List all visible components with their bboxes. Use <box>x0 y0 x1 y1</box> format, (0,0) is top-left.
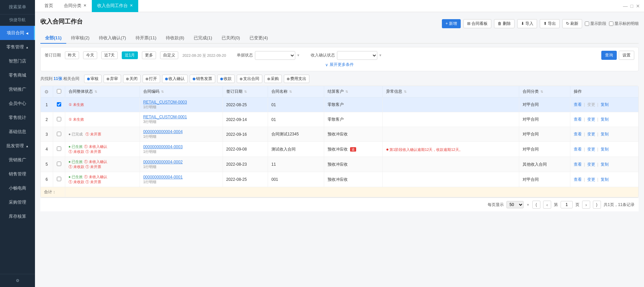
action-sales-invoice[interactable]: 销售发票 <box>190 75 215 83</box>
action-cost-out[interactable]: 费用支出 <box>284 75 309 83</box>
sidebar-item-purchase[interactable]: 采购管理 <box>0 195 35 209</box>
column-settings-icon[interactable]: ⚙ <box>44 89 49 94</box>
sidebar-item-xiaochang[interactable]: 小畅电商 <box>0 181 35 195</box>
doc-status-select[interactable] <box>255 51 295 60</box>
tab-income-workbench[interactable]: 收入合同工作台 ✕ <box>92 0 138 12</box>
filter-tab-pending-invoice[interactable]: 待开票(11) <box>131 33 161 44</box>
prev-page-btn[interactable]: ‹ <box>543 201 551 209</box>
maximize-icon[interactable]: □ <box>631 3 633 9</box>
action-abandon[interactable]: 弃审 <box>104 75 121 83</box>
show-phase-checkbox[interactable] <box>585 22 589 26</box>
sort-error[interactable]: ⇅ <box>404 90 407 93</box>
settings-button[interactable]: 设置 <box>619 51 634 60</box>
query-button[interactable]: 查询 <box>601 51 617 60</box>
op-copy[interactable]: 复制 <box>601 102 609 107</box>
delete-button[interactable]: 🗑 删除 <box>494 19 515 28</box>
show-phase-label[interactable]: 显示阶段 <box>585 21 606 27</box>
add-button[interactable]: + 新增 <box>442 19 461 28</box>
row-checkbox[interactable] <box>53 142 65 157</box>
sort-status[interactable]: ⇅ <box>94 90 97 93</box>
op-change[interactable]: 变更 <box>587 162 595 167</box>
row-select[interactable] <box>57 162 61 166</box>
op-copy[interactable]: 复制 <box>601 132 609 136</box>
op-view[interactable]: 查看 <box>574 162 582 167</box>
filter-tab-changed[interactable]: 已变更(4) <box>245 33 273 44</box>
sidebar-item-inventory[interactable]: 库存核算 <box>0 209 35 223</box>
action-close[interactable]: 关闭 <box>123 75 141 83</box>
op-copy[interactable]: 复制 <box>601 177 609 182</box>
action-audit[interactable]: 审核 <box>84 75 102 83</box>
op-view[interactable]: 查看 <box>574 117 582 122</box>
income-confirm-select[interactable] <box>337 51 377 60</box>
sidebar-item-member[interactable]: 会员中心 <box>0 96 35 111</box>
action-purchase[interactable]: 采购 <box>264 75 282 83</box>
row-select[interactable] <box>57 102 61 107</box>
filter-tab-completed[interactable]: 已完成(1) <box>189 33 217 44</box>
action-expense-out[interactable]: 支出合同 <box>237 75 262 83</box>
sidebar-nav[interactable]: 快捷导航 <box>0 14 35 26</box>
expand-more-btn[interactable]: ∨ 展开更多条件 <box>45 62 634 68</box>
contract-code-link[interactable]: 0000000000004-0003 <box>143 145 183 149</box>
refresh-button[interactable]: ↻ 刷新 <box>562 19 582 28</box>
filter-tab-all[interactable]: 全部(11) <box>40 33 66 44</box>
action-payment[interactable]: 收款 <box>217 75 235 83</box>
tab-contract-category[interactable]: 合同分类 ✕ <box>59 0 92 12</box>
next-page-btn[interactable]: › <box>582 201 590 209</box>
contract-code-link[interactable]: RETAIL_CUSTOM-0003 <box>143 100 187 105</box>
op-copy[interactable]: 复制 <box>601 117 609 122</box>
close-tab-income-workbench[interactable]: ✕ <box>130 3 133 8</box>
sort-code[interactable]: ⇅ <box>161 90 164 93</box>
filter-custom[interactable]: 自定义 <box>160 51 178 59</box>
op-change[interactable]: 变更 <box>587 117 595 122</box>
op-change[interactable]: 变更 <box>587 147 595 152</box>
row-checkbox[interactable] <box>53 127 65 142</box>
filter-tab-closed[interactable]: 已关闭(0) <box>217 33 245 44</box>
col-checkbox[interactable] <box>53 86 65 97</box>
col-settings[interactable]: ⚙ <box>41 86 53 97</box>
close-tab-contract-category[interactable]: ✕ <box>83 3 86 8</box>
sidebar-item-marketing[interactable]: 营销推广 <box>0 82 35 96</box>
op-view[interactable]: 查看 <box>574 132 582 136</box>
show-detail-checkbox[interactable] <box>609 22 613 26</box>
sidebar-item-basic-info[interactable]: 基础信息 <box>0 125 35 139</box>
row-checkbox[interactable] <box>53 157 65 172</box>
contract-code-link[interactable]: RETAIL_CUSTOM-0001 <box>143 115 187 119</box>
sidebar-item-project[interactable]: 项目合同 ◀ <box>0 26 35 40</box>
page-input[interactable] <box>561 201 573 208</box>
tab-home[interactable]: 首页 <box>39 0 59 12</box>
filter-last7[interactable]: 近7天 <box>101 51 118 59</box>
filter-yesterday[interactable]: 昨天 <box>65 51 79 59</box>
show-detail-label[interactable]: 显示标的明细 <box>609 21 639 27</box>
op-view[interactable]: 查看 <box>574 147 582 152</box>
sort-name[interactable]: ⇅ <box>289 90 292 93</box>
last-page-btn[interactable]: ⟩ <box>593 201 601 209</box>
op-copy[interactable]: 复制 <box>601 147 609 152</box>
op-copy[interactable]: 复制 <box>601 162 609 167</box>
op-view[interactable]: 查看 <box>574 177 582 182</box>
import-button[interactable]: ⬇ 导入 <box>517 19 537 28</box>
sort-customer[interactable]: ⇅ <box>345 90 348 93</box>
filter-more[interactable]: 更多 <box>142 51 156 59</box>
row-select[interactable] <box>57 117 61 121</box>
minimize-icon[interactable]: — <box>623 3 628 9</box>
sidebar-settings[interactable]: ⚙ <box>0 274 35 287</box>
row-select[interactable] <box>57 177 61 181</box>
filter-last1month[interactable]: 近1月 <box>122 51 138 59</box>
op-change[interactable]: 变更 <box>587 177 595 182</box>
row-select[interactable] <box>57 147 61 151</box>
sidebar-item-wholesale-mgmt[interactable]: 批发管理 ▲ <box>0 139 35 153</box>
action-income-confirm[interactable]: 收入确认 <box>162 75 188 83</box>
contract-code-link[interactable]: 0000000000004-0004 <box>143 129 183 134</box>
row-checkbox[interactable] <box>53 112 65 127</box>
sidebar-item-retail-stat[interactable]: 零售统计 <box>0 111 35 125</box>
sort-category[interactable]: ⇅ <box>540 90 543 93</box>
contract-code-link[interactable]: 0000000000004-0001 <box>143 175 183 179</box>
row-checkbox[interactable] <box>53 172 65 187</box>
first-page-btn[interactable]: ⟨ <box>532 201 540 209</box>
select-all-checkbox[interactable] <box>57 89 61 93</box>
sidebar-item-retail-mall[interactable]: 零售商城 <box>0 68 35 82</box>
row-checkbox[interactable] <box>53 97 65 112</box>
sidebar-item-sales-mgmt[interactable]: 销售管理 <box>0 167 35 181</box>
row-select[interactable] <box>57 132 61 136</box>
sort-date[interactable]: ⇅ <box>244 90 247 93</box>
